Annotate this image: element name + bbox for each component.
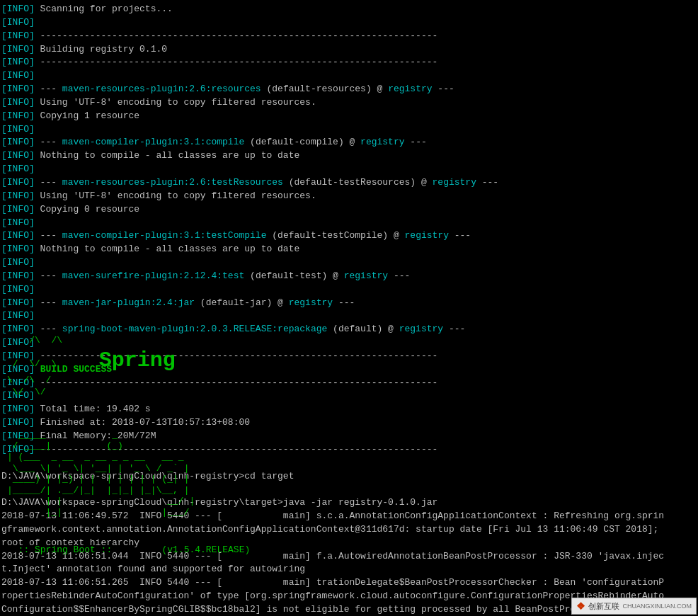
line-2: [INFO] [1,16,697,30]
line-13: [INFO] [1,163,697,176]
line-15: [INFO] Using 'UTF-8' encoding to copy fi… [1,190,697,203]
line-17: [INFO] [1,217,697,230]
spring-ascii: _____ _ / ____| (_) | (___ _ __ _ __ _ _… [7,430,250,518]
line-6: [INFO] [1,69,697,83]
line-24: [INFO] [1,309,697,323]
watermark-logo-icon: ❖ [576,600,585,612]
line-12: [INFO] Nothing to compile - all classes … [1,149,697,163]
line-1: [INFO] Scanning for projects... [1,3,697,16]
terminal-window: [INFO] Scanning for projects... [INFO] [… [0,0,698,616]
line-3: [INFO] ---------------------------------… [1,30,697,43]
line-16: [INFO] Copying 0 resource [1,203,697,217]
line-14: [INFO] --- maven-resources-plugin:2.6:te… [1,176,697,190]
line-18: [INFO] --- maven-compiler-plugin:3.1:tes… [1,229,697,243]
line-11: [INFO] --- maven-compiler-plugin:3.1:com… [1,136,697,149]
line-23: [INFO] --- maven-jar-plugin:2.4:jar (def… [1,297,697,310]
line-21: [INFO] --- maven-surefire-plugin:2.12.4:… [1,270,697,283]
line-19: [INFO] Nothing to compile - all classes … [1,243,697,256]
line-22: [INFO] [1,283,697,297]
line-10: [INFO] [1,123,697,137]
line-5: [INFO] ---------------------------------… [1,56,697,69]
line-9: [INFO] Copying 1 resource [1,110,697,123]
line-4: [INFO] Building registry 0.1.0 [1,43,697,57]
line-8: [INFO] Using 'UTF-8' encoding to copy fi… [1,96,697,110]
watermark: ❖ 创新互联 CHUANGXINLIAN.COM [571,598,697,615]
spring-boot-label: :: Spring Boot :: (v1.5.4.RELEASE) [7,544,250,557]
watermark-text: 创新互联 [588,601,619,612]
line-20: [INFO] [1,256,697,270]
spring-logo: /\ /\ / \/ \ Spring \ /\ / \/ \/ _____ _… [7,323,250,581]
watermark-url: CHUANGXINLIAN.COM [622,603,692,610]
line-7: [INFO] --- maven-resources-plugin:2.6:re… [1,83,697,96]
